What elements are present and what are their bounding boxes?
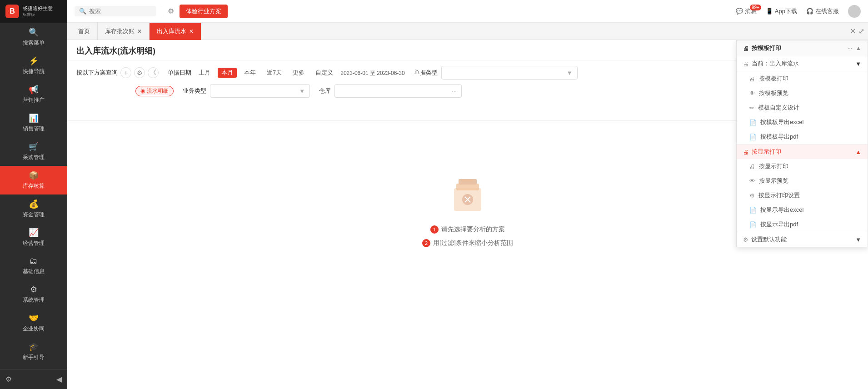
sales-icon: 📊 <box>29 113 39 123</box>
set-default-section[interactable]: ⚙ 设置默认功能 ▼ <box>737 232 868 247</box>
sidebar-item-marketing[interactable]: 📢 营销推广 <box>0 80 67 109</box>
page-title: 出入库流水(流水明细) <box>76 45 155 56</box>
date-filter-group: 单据日期 上月 本月 本年 近7天 更多 自定义 2023-06-01 至 20… <box>168 68 405 78</box>
topbar-right: 💬 消息 99+ 📱 App下载 🎧 在线客服 <box>736 5 861 18</box>
tab-expand-icon[interactable]: ⤢ <box>858 27 864 35</box>
display-settings-icon: ⚙ <box>749 192 755 199</box>
date-tab-last-month[interactable]: 上月 <box>195 68 214 78</box>
sidebar-item-quick[interactable]: ⚡ 快捷导航 <box>0 51 67 80</box>
date-tab-custom[interactable]: 自定义 <box>312 68 337 78</box>
display-excel-label: 按显示导出excel <box>760 206 803 214</box>
sidebar-item-purchase[interactable]: 🛒 采购管理 <box>0 137 67 166</box>
collapse-sidebar-icon[interactable]: ◀ <box>56 375 62 384</box>
settings-bottom-icon[interactable]: ⚙ <box>5 375 12 384</box>
warehouse-select[interactable]: ··· <box>334 84 462 98</box>
sidebar-item-corp[interactable]: 🤝 企业协同 <box>0 309 67 337</box>
headset-icon: 🎧 <box>806 8 813 15</box>
corp-icon: 🤝 <box>29 313 39 323</box>
default-icon: ⚙ <box>743 236 748 243</box>
search-input[interactable] <box>89 8 144 15</box>
sidebar-item-system[interactable]: ⚙ 系统管理 <box>0 280 67 309</box>
app-download-item[interactable]: 📱 App下载 <box>766 7 797 15</box>
more-icon[interactable]: ··· <box>848 45 852 51</box>
sidebar-item-basic[interactable]: 🗂 基础信息 <box>0 252 67 280</box>
warehouse-filter: 仓库 ··· <box>319 84 462 98</box>
date-label: 单据日期 <box>168 69 191 77</box>
display-preview-label: 按显示预览 <box>759 177 788 185</box>
dropdown-title: 🖨 按模板打印 <box>743 44 781 52</box>
display-section-label: 按显示打印 <box>752 148 781 156</box>
sidebar-item-operation[interactable]: 📈 经营管理 <box>0 223 67 252</box>
warehouse-label: 仓库 <box>319 87 331 95</box>
dropdown-title-label: 按模板打印 <box>752 44 781 52</box>
industry-btn[interactable]: 体验行业方案 <box>180 5 228 18</box>
display-settings-item[interactable]: ⚙ 按显示打印设置 <box>737 188 868 203</box>
display-excel-item[interactable]: 📄 按显示导出excel <box>737 203 868 217</box>
flow-tag[interactable]: ◉ 流水明细 <box>135 86 174 96</box>
phone-icon: 📱 <box>766 8 773 15</box>
logo-icon: B <box>5 5 19 18</box>
sidebar-item-label: 营销推广 <box>23 96 45 104</box>
tab-home[interactable]: 首页 <box>71 23 98 40</box>
doc-type-select[interactable]: ▼ <box>441 66 578 80</box>
message-item[interactable]: 💬 消息 99+ <box>736 7 757 15</box>
add-filter-btn[interactable]: + <box>120 67 131 78</box>
biz-type-select[interactable]: ▼ <box>210 84 310 98</box>
display-pdf-item[interactable]: 📄 按显示导出pdf <box>737 217 868 232</box>
sidebar-item-sales[interactable]: 📊 销售管理 <box>0 109 67 137</box>
current-section-header[interactable]: 🖨 当前：出入库流水 ▼ <box>737 56 868 71</box>
sidebar-item-search[interactable]: 🔍 搜索菜单 <box>0 23 67 51</box>
main-area: 🔍 ⚙ 体验行业方案 💬 消息 99+ 📱 App下载 🎧 在线客服 <box>67 0 868 389</box>
template-preview-label: 按模板预览 <box>759 89 788 97</box>
template-excel-label: 按模板导出excel <box>760 118 803 126</box>
collapse-filter-btn[interactable]: 《 <box>148 67 159 78</box>
date-tab-current-year[interactable]: 本年 <box>240 68 259 78</box>
printer-icon-3: 🖨 <box>749 75 755 82</box>
date-tab-more[interactable]: 更多 <box>289 68 308 78</box>
tab-batch[interactable]: 库存批次账 ✕ <box>98 23 150 40</box>
user-avatar-item[interactable] <box>848 5 861 18</box>
tab-flow-close[interactable]: ✕ <box>189 28 194 35</box>
tab-close-all-icon[interactable]: ✕ <box>850 27 856 35</box>
sidebar-item-label: 销售管理 <box>23 125 45 133</box>
finance-icon: 💰 <box>29 199 39 209</box>
date-tab-current-month[interactable]: 本月 <box>218 68 237 78</box>
sidebar-item-finance[interactable]: 💰 资金管理 <box>0 194 67 223</box>
tab-batch-close[interactable]: ✕ <box>137 28 142 35</box>
template-excel-item[interactable]: 📄 按模板导出excel <box>737 115 868 130</box>
display-preview-icon: 👁 <box>749 178 755 185</box>
template-pdf-item[interactable]: 📄 按模板导出pdf <box>737 130 868 144</box>
sidebar-item-guide[interactable]: 🎓 新手引导 <box>0 337 67 366</box>
display-section-header[interactable]: 🖨 按显示打印 ▲ <box>737 145 868 159</box>
default-arrow: ▼ <box>855 236 861 243</box>
date-tab-last7[interactable]: 近7天 <box>263 68 285 78</box>
display-print-label: 按显示打印 <box>759 162 788 170</box>
edit-icon: ✏ <box>749 105 754 111</box>
sidebar-item-label: 新手引导 <box>23 354 45 361</box>
display-print-icon: 🖨 <box>749 163 755 170</box>
ellipsis-icon: ··· <box>452 88 457 95</box>
online-service-item[interactable]: 🎧 在线客服 <box>806 7 839 15</box>
template-preview-item[interactable]: 👁 按模板预览 <box>737 86 868 100</box>
settings-icon[interactable]: ⚙ <box>168 7 174 15</box>
search-box[interactable]: 🔍 <box>75 6 156 16</box>
inventory-icon: 📦 <box>29 170 39 180</box>
sidebar-item-apps[interactable]: 🧩 应用中心 <box>0 366 67 369</box>
chevron-down-icon: ▼ <box>567 70 573 76</box>
tabbar-right: ✕ ⤢ <box>850 27 864 35</box>
display-preview-item[interactable]: 👁 按显示预览 <box>737 174 868 188</box>
template-pdf-label: 按模板导出pdf <box>760 133 798 141</box>
display-print-item[interactable]: 🖨 按显示打印 <box>737 159 868 174</box>
tab-flow[interactable]: 出入库流水 ✕ <box>150 23 201 40</box>
template-print-item[interactable]: 🖨 按模板打印 <box>737 71 868 86</box>
display-settings-label: 按显示打印设置 <box>758 191 800 199</box>
filter-settings-btn[interactable]: ⚙ <box>134 67 145 78</box>
flow-tag-icon: ◉ <box>140 88 145 94</box>
template-custom-item[interactable]: ✏ 模板自定义设计 <box>737 100 868 115</box>
tab-batch-label: 库存批次账 <box>105 27 135 35</box>
printer-icon-2: 🖨 <box>743 45 749 52</box>
sidebar-item-label: 采购管理 <box>23 154 45 161</box>
doc-type-filter: 单据类型 ▼ <box>414 66 578 80</box>
chevron-up-icon-3[interactable]: ▲ <box>856 45 861 51</box>
sidebar-item-inventory[interactable]: 📦 库存核算 <box>0 166 67 194</box>
